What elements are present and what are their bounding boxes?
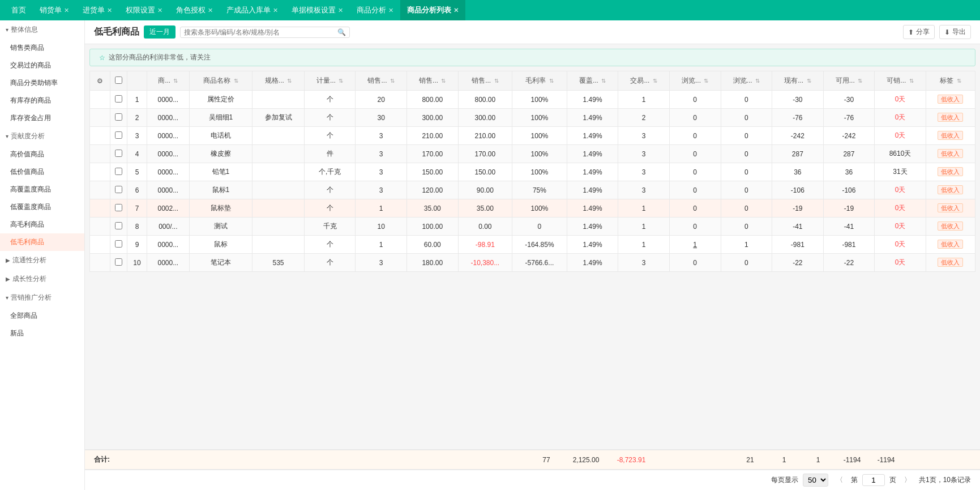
col-sales-qty[interactable]: 销售... ⇅	[356, 71, 407, 91]
col-sales-profit[interactable]: 销售... ⇅	[458, 71, 512, 91]
nav-purchase[interactable]: 进货单 ✕	[76, 0, 119, 20]
col-available[interactable]: 可用... ⇅	[823, 71, 875, 91]
page-input[interactable]	[862, 474, 885, 486]
row-checkbox[interactable]	[110, 236, 127, 254]
data-table: ⚙ 商... ⇅ 商品名称 ⇅ 规格... ⇅ 计量... ⇅ 销售... ⇅ …	[89, 71, 975, 272]
sidebar-item-sales-goods[interactable]: 销售类商品	[0, 39, 84, 57]
sidebar-item-category-rate[interactable]: 商品分类助销率	[0, 74, 84, 92]
col-name[interactable]: 商品名称 ⇅	[189, 71, 253, 91]
search-input[interactable]	[184, 28, 337, 36]
row-view1[interactable]: 0	[669, 181, 721, 199]
col-spec[interactable]: 规格... ⇅	[253, 71, 305, 91]
nav-permissions[interactable]: 权限设置 ✕	[119, 0, 169, 20]
close-template-icon[interactable]: ✕	[338, 7, 343, 14]
row-view1[interactable]: 0	[669, 145, 721, 163]
row-checkbox[interactable]	[110, 127, 127, 145]
sidebar-group-marketing[interactable]: ▾ 营销推广分析	[0, 288, 84, 307]
close-purchase-icon[interactable]: ✕	[107, 7, 112, 14]
row-sales-qty: 3	[356, 181, 407, 199]
row-view1[interactable]: 0	[669, 91, 721, 109]
row-name: 吴细细1	[189, 109, 253, 127]
prev-page-button[interactable]: 〈	[833, 474, 846, 486]
nav-product-analysis[interactable]: 商品分析 ✕	[350, 0, 400, 20]
select-all-checkbox[interactable]	[115, 76, 122, 84]
row-view1[interactable]: 0	[669, 218, 721, 236]
close-product-entry-icon[interactable]: ✕	[273, 7, 278, 14]
col-view2[interactable]: 浏览... ⇅	[721, 71, 772, 91]
row-coverage: 1.49%	[567, 218, 618, 236]
next-page-button[interactable]: 〉	[901, 474, 914, 486]
row-checkbox[interactable]	[110, 199, 127, 218]
col-settings[interactable]: ⚙	[90, 71, 110, 91]
row-current: -19	[772, 199, 824, 218]
row-view2: 0	[721, 127, 772, 145]
col-sellable[interactable]: 可销... ⇅	[875, 71, 926, 91]
nav-template-settings[interactable]: 单据模板设置 ✕	[285, 0, 350, 20]
row-view1[interactable]: 0	[669, 109, 721, 127]
col-current[interactable]: 现有... ⇅	[772, 71, 824, 91]
close-roles-icon[interactable]: ✕	[208, 7, 213, 14]
nav-sales[interactable]: 销货单 ✕	[33, 0, 76, 20]
search-icon[interactable]: 🔍	[337, 28, 346, 36]
sidebar-item-low-margin[interactable]: 低毛利商品	[0, 233, 84, 251]
row-sales-profit: 170.00	[458, 145, 512, 163]
row-tag: 低收入	[926, 109, 975, 127]
row-checkbox[interactable]	[110, 254, 127, 272]
row-trade: 1	[618, 199, 670, 218]
nav-product-entry[interactable]: 产成品入库单 ✕	[220, 0, 285, 20]
sidebar-group-growth[interactable]: ▶ 成长性分析	[0, 270, 84, 288]
close-sales-icon[interactable]: ✕	[64, 7, 69, 14]
row-available: -981	[823, 236, 875, 254]
row-checkbox[interactable]	[110, 91, 127, 109]
row-tag: 低收入	[926, 236, 975, 254]
sidebar-item-high-margin[interactable]: 高毛利商品	[0, 216, 84, 233]
date-filter-button[interactable]: 近一月	[144, 25, 176, 39]
close-analysis-icon[interactable]: ✕	[388, 7, 393, 14]
col-checkbox[interactable]	[110, 71, 127, 91]
sidebar-item-traded-goods[interactable]: 交易过的商品	[0, 57, 84, 74]
row-spec	[253, 218, 305, 236]
footer-trade: 21	[733, 456, 767, 464]
col-unit[interactable]: 计量... ⇅	[304, 71, 356, 91]
nav-roles[interactable]: 角色授权 ✕	[169, 0, 220, 20]
close-analysis-list-icon[interactable]: ✕	[453, 7, 459, 14]
row-view1[interactable]: 0	[669, 254, 721, 272]
row-view1[interactable]: 1	[669, 236, 721, 254]
col-gross-rate[interactable]: 毛利率 ⇅	[512, 71, 567, 91]
sidebar-item-stock-goods[interactable]: 有库存的商品	[0, 92, 84, 109]
export-button[interactable]: ⬇ 导出	[939, 25, 971, 39]
footer-sales-price: 2,125.00	[563, 456, 609, 464]
col-sales-price[interactable]: 销售... ⇅	[406, 71, 458, 91]
sidebar-item-low-coverage[interactable]: 低覆盖度商品	[0, 198, 84, 216]
row-checkbox[interactable]	[110, 181, 127, 199]
sidebar-item-stock-capital[interactable]: 库存资金占用	[0, 109, 84, 127]
row-view1[interactable]: 0	[669, 127, 721, 145]
row-view1[interactable]: 0	[669, 163, 721, 181]
row-coverage: 1.49%	[567, 181, 618, 199]
sidebar-item-all-goods[interactable]: 全部商品	[0, 307, 84, 325]
sidebar-item-new-goods[interactable]: 新品	[0, 325, 84, 342]
nav-analysis-list[interactable]: 商品分析列表 ✕	[400, 0, 465, 20]
row-checkbox[interactable]	[110, 109, 127, 127]
sidebar-item-high-value[interactable]: 高价值商品	[0, 146, 84, 163]
sidebar-group-contribution[interactable]: ▾ 贡献度分析	[0, 127, 84, 146]
per-page-select[interactable]: 50	[803, 474, 828, 487]
col-view1[interactable]: 浏览... ⇅	[669, 71, 721, 91]
row-view1[interactable]: 0	[669, 199, 721, 218]
share-button[interactable]: ⬆ 分享	[903, 25, 935, 39]
sidebar-item-high-coverage[interactable]: 高覆盖度商品	[0, 181, 84, 198]
col-coverage[interactable]: 覆盖... ⇅	[567, 71, 618, 91]
sidebar-group-circulation[interactable]: ▶ 流通性分析	[0, 251, 84, 270]
close-permissions-icon[interactable]: ✕	[157, 7, 162, 14]
sidebar-group-overall[interactable]: ▾ 整体信息	[0, 20, 84, 39]
sidebar-item-low-value[interactable]: 低价值商品	[0, 163, 84, 181]
col-trade[interactable]: 交易... ⇅	[618, 71, 670, 91]
row-checkbox[interactable]	[110, 218, 127, 236]
nav-home[interactable]: 首页	[5, 0, 33, 20]
col-code[interactable]: 商... ⇅	[147, 71, 190, 91]
row-view2: 0	[721, 218, 772, 236]
row-checkbox[interactable]	[110, 163, 127, 181]
top-nav: 首页 销货单 ✕ 进货单 ✕ 权限设置 ✕ 角色授权 ✕ 产成品入库单 ✕ 单据…	[0, 0, 980, 20]
row-checkbox[interactable]	[110, 145, 127, 163]
col-tag[interactable]: 标签 ⇅	[926, 71, 975, 91]
